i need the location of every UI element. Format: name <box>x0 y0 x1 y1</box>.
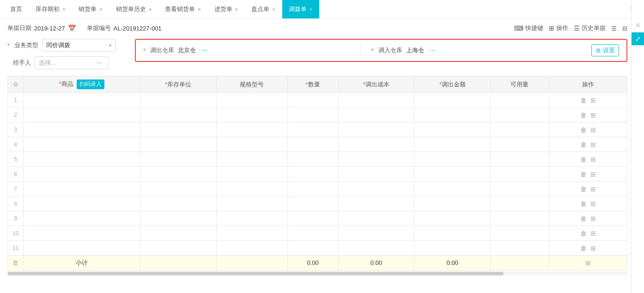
copy-icon[interactable]: ⊞ <box>590 111 596 119</box>
amount-cell[interactable] <box>414 167 491 182</box>
product-cell[interactable] <box>24 122 140 137</box>
tab-sales-order[interactable]: 销货单 × <box>72 0 109 18</box>
qty-cell[interactable] <box>287 167 338 182</box>
amount-cell[interactable] <box>414 241 491 256</box>
scrollbar-thumb[interactable] <box>7 272 504 275</box>
cost-cell[interactable] <box>338 93 414 108</box>
warehouse-in-more-btn[interactable]: ··· <box>428 46 437 55</box>
qty-cell[interactable] <box>287 196 338 211</box>
product-cell[interactable] <box>24 93 140 108</box>
horizontal-scrollbar[interactable] <box>7 272 627 275</box>
qty-cell[interactable] <box>287 211 338 226</box>
tab-home[interactable]: 首页 <box>4 0 29 18</box>
layout-button-2[interactable]: ⊟ <box>622 25 627 32</box>
delete-icon[interactable]: 🗑 <box>580 111 587 119</box>
subtotal-delete-icon[interactable]: 🗑 <box>12 259 18 266</box>
delete-icon[interactable]: 🗑 <box>580 230 587 237</box>
sidebar-expand-icon[interactable]: ⤢ <box>632 32 644 45</box>
tab-view-sales[interactable]: 查看销货单 × <box>158 0 207 18</box>
delete-icon[interactable]: 🗑 <box>580 156 587 163</box>
amount-cell[interactable] <box>414 182 491 196</box>
tab-close-sales-order[interactable]: × <box>99 6 102 12</box>
copy-icon[interactable]: ⊞ <box>590 215 596 222</box>
cost-cell[interactable] <box>338 182 414 196</box>
qty-cell[interactable] <box>287 93 338 108</box>
product-cell[interactable] <box>24 226 140 241</box>
cost-cell[interactable] <box>338 152 414 167</box>
product-cell[interactable] <box>24 241 140 256</box>
cost-cell[interactable] <box>338 122 414 137</box>
sidebar-doc-list-icon[interactable]: ≡ <box>632 18 644 31</box>
tab-close-view-sales[interactable]: × <box>198 6 200 12</box>
copy-icon[interactable]: ⊞ <box>590 141 596 148</box>
operation-button[interactable]: ⊞ 操作 <box>549 24 568 32</box>
qty-cell[interactable] <box>287 122 338 137</box>
table-gear-header[interactable]: ⚙ <box>8 76 24 93</box>
product-cell[interactable] <box>24 152 140 167</box>
scan-button[interactable]: 扫码录入 <box>77 79 104 89</box>
tab-close-inventory-count[interactable]: × <box>272 6 275 12</box>
subtotal-copy-icon[interactable]: ⊞ <box>585 259 591 267</box>
biz-type-select[interactable]: 同价调拨 ▾ <box>42 39 116 52</box>
tab-inventory-count[interactable]: 盘点单 × <box>245 0 282 18</box>
tab-close-transfer-order[interactable]: × <box>310 6 312 12</box>
shortcut-button[interactable]: ⌨ 快捷键 <box>514 24 543 32</box>
amount-cell[interactable] <box>414 211 491 226</box>
qty-cell[interactable] <box>287 182 338 196</box>
cost-cell[interactable] <box>338 108 414 122</box>
copy-icon[interactable]: ⊞ <box>590 185 596 193</box>
tab-inventory-init[interactable]: 库存期初 × <box>29 0 72 18</box>
cost-cell[interactable] <box>338 241 414 256</box>
product-cell[interactable] <box>24 196 140 211</box>
tab-sales-history[interactable]: 销货单历史 × <box>109 0 158 18</box>
copy-icon[interactable]: ⊞ <box>590 244 596 252</box>
delete-icon[interactable]: 🗑 <box>580 171 587 178</box>
delete-icon[interactable]: 🗑 <box>580 97 587 104</box>
warehouse-settings-button[interactable]: ⚙ 设置 <box>591 44 619 56</box>
tab-transfer-order[interactable]: 调拨单 × <box>282 0 319 18</box>
amount-cell[interactable] <box>414 226 491 241</box>
cost-cell[interactable] <box>338 167 414 182</box>
copy-icon[interactable]: ⊞ <box>590 156 596 163</box>
delete-icon[interactable]: 🗑 <box>580 200 587 208</box>
tab-purchase-order[interactable]: 进货单 × <box>208 0 245 18</box>
gear-icon[interactable]: ⚙ <box>13 81 18 88</box>
product-cell[interactable] <box>24 137 140 152</box>
copy-icon[interactable]: ⊞ <box>590 126 596 134</box>
copy-icon[interactable]: ⊞ <box>590 230 596 237</box>
delete-icon[interactable]: 🗑 <box>580 185 587 193</box>
delete-icon[interactable]: 🗑 <box>580 126 587 134</box>
cost-cell[interactable] <box>338 137 414 152</box>
handler-select[interactable]: 选择... ··· <box>35 56 109 69</box>
cost-cell[interactable] <box>338 226 414 241</box>
history-button[interactable]: ☰ 历史单据 <box>574 24 606 32</box>
product-cell[interactable] <box>24 108 140 122</box>
product-cell[interactable] <box>24 211 140 226</box>
product-cell[interactable] <box>24 182 140 196</box>
copy-icon[interactable]: ⊞ <box>590 200 596 208</box>
tab-close-purchase-order[interactable]: × <box>235 6 238 12</box>
delete-icon[interactable]: 🗑 <box>580 141 587 148</box>
amount-cell[interactable] <box>414 93 491 108</box>
qty-cell[interactable] <box>287 226 338 241</box>
calendar-icon[interactable]: 📅 <box>68 24 76 32</box>
delete-icon[interactable]: 🗑 <box>580 244 587 252</box>
cost-cell[interactable] <box>338 211 414 226</box>
tab-close-inventory-init[interactable]: × <box>62 6 65 12</box>
layout-button-1[interactable]: ☰ <box>611 25 617 32</box>
delete-icon[interactable]: 🗑 <box>580 215 587 222</box>
copy-icon[interactable]: ⊞ <box>590 171 596 178</box>
handler-more-btn[interactable]: ··· <box>95 59 104 67</box>
qty-cell[interactable] <box>287 108 338 122</box>
tab-close-sales-history[interactable]: × <box>149 6 152 12</box>
amount-cell[interactable] <box>414 122 491 137</box>
qty-cell[interactable] <box>287 241 338 256</box>
amount-cell[interactable] <box>414 152 491 167</box>
qty-cell[interactable] <box>287 137 338 152</box>
cost-cell[interactable] <box>338 196 414 211</box>
warehouse-out-more-btn[interactable]: ··· <box>200 46 209 55</box>
product-cell[interactable] <box>24 167 140 182</box>
copy-icon[interactable]: ⊞ <box>590 97 596 104</box>
amount-cell[interactable] <box>414 137 491 152</box>
qty-cell[interactable] <box>287 152 338 167</box>
